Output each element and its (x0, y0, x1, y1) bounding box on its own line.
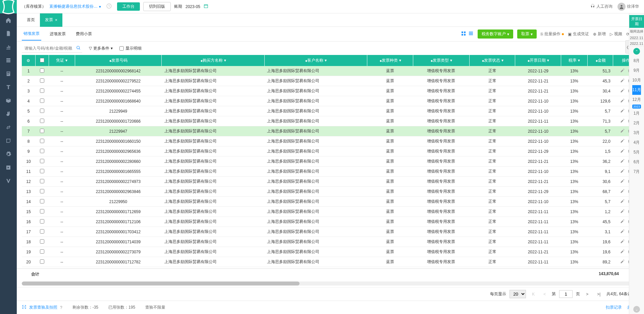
row-checkbox[interactable] (35, 116, 49, 126)
close-icon[interactable]: × (55, 18, 57, 22)
month-6月[interactable]: 6月 (632, 157, 641, 167)
history-icon[interactable] (106, 3, 112, 10)
calendar-icon[interactable] (204, 4, 208, 9)
table-row[interactable]: 17--22312000000001703412上海思多励国际贸易有限公司上海思… (22, 227, 639, 237)
row-checkbox[interactable] (35, 247, 49, 257)
table-row[interactable]: 6--22312000000001720666上海思多励国际贸易有限公司上海思多… (22, 116, 639, 126)
row-checkbox[interactable] (35, 136, 49, 146)
scroll-down-button[interactable]: ⌄ (633, 306, 640, 313)
edit-icon[interactable] (620, 109, 625, 114)
table-row[interactable]: 14--21229950上海思多励国际贸易有限公司上海思多励国际贸易有限公司蓝票… (22, 197, 639, 207)
edit-icon[interactable] (620, 99, 625, 104)
row-checkbox[interactable] (35, 76, 49, 86)
add-link[interactable]: ⊕新增 (593, 31, 606, 37)
horizontal-scrollbar[interactable] (22, 281, 639, 286)
app-logo[interactable] (0, 0, 17, 13)
month-1月[interactable]: 1月 (632, 109, 641, 118)
edit-icon[interactable] (620, 68, 625, 74)
col-voucher[interactable]: 凭证▾ (49, 55, 75, 66)
panel-period-1[interactable]: 2022.11 (629, 35, 644, 41)
nav-calc-icon[interactable] (0, 67, 17, 80)
gen-voucher-link[interactable]: ▣生成凭证 (568, 31, 589, 37)
table-row[interactable]: 8--22312000000001660150上海思多励国际贸易有限公司上海思多… (22, 136, 639, 146)
row-checkbox[interactable] (35, 96, 49, 106)
table-row[interactable]: 16--22312000000001712106上海思多励国际贸易有限公司上海思… (22, 217, 639, 227)
table-row[interactable]: 10--22312000000002280660上海思多励国际贸易有限公司上海思… (22, 156, 639, 167)
row-checkbox[interactable] (35, 146, 49, 156)
help-icon[interactable]: ? (60, 305, 62, 310)
nav-settings-icon[interactable] (0, 147, 17, 161)
filter-icon[interactable]: ▾ (547, 58, 549, 63)
row-checkbox[interactable] (35, 207, 49, 217)
nav-play-icon[interactable] (0, 161, 17, 174)
month-3月[interactable]: 3月 (632, 128, 641, 138)
support-link[interactable]: 人工咨询 (590, 4, 612, 9)
verify-link[interactable]: 发票查验及拍照 ? (22, 305, 62, 310)
table-row[interactable]: 15--22312000000001712659上海思多励国际贸易有限公司上海思… (22, 207, 639, 217)
month-8月[interactable]: 8月 (632, 56, 641, 66)
filter-icon[interactable]: ▾ (325, 58, 327, 63)
per-page-select[interactable]: 20 (509, 290, 526, 298)
edit-icon[interactable] (620, 259, 625, 265)
filter-icon[interactable]: ▾ (224, 58, 226, 63)
col-status[interactable]: ◆发票状态▾ (469, 55, 515, 66)
nav-list-icon[interactable] (0, 54, 17, 67)
row-checkbox[interactable] (35, 217, 49, 227)
row-checkbox[interactable] (35, 197, 49, 207)
edit-icon[interactable] (620, 119, 625, 124)
edit-icon[interactable] (620, 249, 625, 255)
nav-text-icon[interactable] (0, 80, 17, 94)
panel-period-2[interactable]: 2022.11 (629, 41, 644, 47)
subtab-output-invoice[interactable]: 销项发票 (22, 27, 41, 41)
edit-icon[interactable] (620, 239, 625, 245)
subtab-expense-receipt[interactable]: 费用小票 (74, 28, 94, 40)
row-checkbox[interactable] (35, 177, 49, 187)
col-settings[interactable]: ⚙ (22, 55, 35, 66)
scrollbar-thumb[interactable] (22, 281, 300, 286)
edit-icon[interactable] (620, 189, 625, 194)
month-12月[interactable]: 12月 (632, 95, 641, 105)
edit-icon[interactable] (620, 169, 625, 174)
filter-icon[interactable]: ▾ (65, 58, 67, 63)
tax-account-button[interactable]: 税务数字账户 ▾ (478, 29, 513, 39)
company-dropdown[interactable]: 直播畅捷通信息技术股份… ▾ (49, 4, 101, 9)
edit-icon[interactable] (620, 219, 625, 225)
grid-view-icon[interactable] (461, 31, 466, 37)
search-input[interactable] (22, 44, 82, 53)
filter-icon[interactable]: ▾ (399, 58, 401, 63)
edit-icon[interactable] (620, 159, 625, 164)
scroll-up-button[interactable]: ⌃ (633, 48, 640, 55)
edit-icon[interactable] (620, 88, 625, 94)
table-row[interactable]: 1--22312000000002968142上海思多励国际贸易有限公司上海思多… (22, 66, 639, 76)
table-row[interactable]: 3--22312000000002274455上海思多励国际贸易有限公司上海思多… (22, 86, 639, 96)
month-11月[interactable]: 11月 (632, 85, 641, 95)
nav-chart-icon[interactable] (0, 40, 17, 54)
edit-icon[interactable] (620, 129, 625, 134)
deduct-record-link[interactable]: 扣票记录 (606, 305, 622, 310)
row-checkbox[interactable] (35, 86, 49, 96)
filter-icon[interactable]: ▾ (501, 58, 503, 63)
col-type[interactable]: ◆发票类型▾ (413, 55, 469, 66)
col-rate[interactable]: 税率▾ (561, 55, 587, 66)
month-7月[interactable]: 7月 (632, 167, 641, 177)
more-filters[interactable]: ▽ 更多条件 ▾ (89, 46, 113, 51)
nav-inbox-icon[interactable] (0, 134, 17, 147)
month-9月[interactable]: 9月 (632, 66, 641, 75)
last-page-button[interactable]: >| (594, 291, 603, 298)
edit-icon[interactable] (620, 78, 625, 84)
row-checkbox[interactable] (35, 126, 49, 136)
col-amount[interactable]: ◆金额 (587, 55, 613, 66)
filter-icon[interactable]: ▾ (450, 58, 452, 63)
video-link[interactable]: ▷视频 (610, 31, 622, 37)
page-input[interactable] (559, 290, 573, 298)
table-row[interactable]: 9--22312000000002965636上海思多励国际贸易有限公司上海思多… (22, 146, 639, 156)
nav-home-icon[interactable] (0, 13, 17, 27)
nav-box-icon[interactable] (0, 94, 17, 107)
row-checkbox[interactable] (35, 66, 49, 76)
search-icon[interactable] (76, 46, 81, 51)
month-5月[interactable]: 5月 (632, 147, 641, 157)
col-date[interactable]: ◆开票日期▾ (515, 55, 561, 66)
col-kind[interactable]: ◆发票种类▾ (367, 55, 413, 66)
col-buyer[interactable]: ◆购买方名称▾ (162, 55, 264, 66)
nav-transfer-icon[interactable] (0, 121, 17, 134)
